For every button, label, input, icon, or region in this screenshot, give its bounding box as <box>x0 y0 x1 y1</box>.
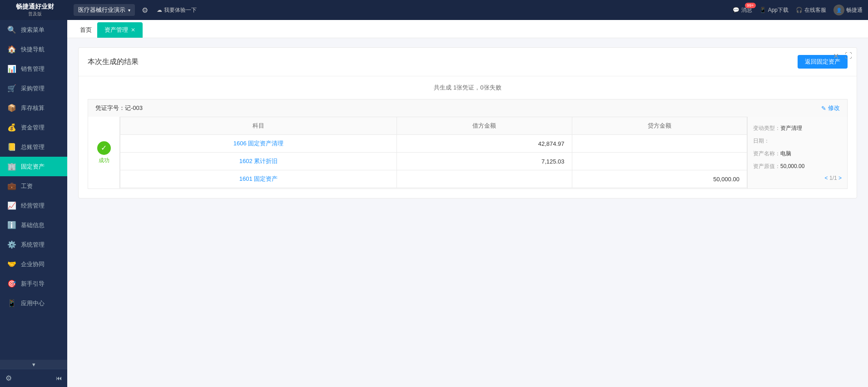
guide-icon: 🎯 <box>7 279 16 288</box>
voucher-table-wrapper: 科目 借方金额 贷方金额 1606 固定资产清理 42,874.97 <box>120 117 747 189</box>
online-service-label: 在线客服 <box>804 6 826 14</box>
sidebar-item-quick-nav[interactable]: 🏠 快捷导航 <box>0 40 67 59</box>
main-layout: 🔍 搜索菜单 🏠 快捷导航 📊 销售管理 🛒 采购管理 📦 库存核算 💰 <box>0 20 868 387</box>
online-service-nav-item[interactable]: 🎧 在线客服 <box>796 6 826 14</box>
sidebar-item-purchase[interactable]: 🛒 采购管理 <box>0 79 67 98</box>
sidebar-item-label: 工资 <box>21 182 33 190</box>
asset-value-label: 资产原值： <box>753 162 780 170</box>
sidebar-item-fixed-assets[interactable]: 🏢 固定资产 <box>0 157 67 176</box>
chevron-down-icon: ▾ <box>128 8 130 13</box>
debit-cell-2: 7,125.03 <box>397 153 572 170</box>
close-icon[interactable]: ✕ <box>830 50 841 61</box>
status-column: ✓ 成功 <box>88 117 120 189</box>
table-row: 1601 固定资产 50,000.00 <box>120 170 747 188</box>
payroll-icon: 💼 <box>7 182 16 190</box>
ledger-icon: 📒 <box>7 143 16 151</box>
sidebar-item-ledger[interactable]: 📒 总账管理 <box>0 137 67 157</box>
purchase-icon: 🛒 <box>7 84 16 93</box>
prev-page-button[interactable]: < <box>825 175 828 181</box>
change-type-label: 变动类型： <box>753 124 780 132</box>
tab-close-icon[interactable]: ✕ <box>131 27 135 33</box>
logo-area: 畅捷通好业财 普及版 <box>5 3 64 17</box>
sidebar-item-label: 基础信息 <box>21 221 45 229</box>
cloud-icon: ☁ <box>157 7 162 13</box>
sidebar-item-search[interactable]: 🔍 搜索菜单 <box>0 20 67 40</box>
summary-text: 共生成 1张凭证，0张失败 <box>434 84 501 91</box>
app-download-nav-item[interactable]: 📱 App下载 <box>759 6 789 14</box>
sidebar-item-guide[interactable]: 🎯 新手引导 <box>0 274 67 293</box>
sidebar-item-label: 固定资产 <box>21 163 45 171</box>
message-badge: 99+ <box>745 3 755 8</box>
header-right: 💬 消息 99+ 📱 App下载 🎧 在线客服 👤 畅捷通 <box>733 5 863 15</box>
inventory-icon: 📦 <box>7 104 16 112</box>
page-content: ✕ ⛶ 本次生成的结果 返回固定资产 共生成 1张凭证，0张失败 凭证字号：记-… <box>67 38 868 387</box>
sidebar-item-label: 搜索菜单 <box>21 26 45 34</box>
user-name: 畅捷通 <box>846 6 863 14</box>
sidebar-item-basic-info[interactable]: ℹ️ 基础信息 <box>0 215 67 235</box>
sidebar-scroll-down[interactable]: ▾ <box>0 360 67 369</box>
content-area: 首页 资产管理 ✕ ✕ ⛶ 本次生成的结果 返回固定资产 <box>67 20 868 387</box>
edit-icon: ✎ <box>821 105 826 112</box>
tab-asset-mgmt[interactable]: 资产管理 ✕ <box>97 22 143 38</box>
headset-icon: 🎧 <box>796 7 803 13</box>
result-header: 本次生成的结果 返回固定资产 <box>79 48 857 76</box>
bottom-settings-icon[interactable]: ⚙ <box>5 374 12 382</box>
asset-name-value: 电脑 <box>780 149 791 158</box>
sidebar-item-label: 新手引导 <box>21 280 45 288</box>
col-debit: 借方金额 <box>397 117 572 135</box>
tab-asset-mgmt-label: 资产管理 <box>104 26 128 34</box>
sidebar-item-inventory[interactable]: 📦 库存核算 <box>0 98 67 118</box>
app-center-icon: 📱 <box>7 299 16 308</box>
col-credit: 贷方金额 <box>572 117 747 135</box>
sidebar-item-sys-mgmt[interactable]: ⚙️ 系统管理 <box>0 235 67 254</box>
result-summary: 共生成 1张凭证，0张失败 <box>79 76 857 99</box>
sales-icon: 📊 <box>7 64 16 73</box>
info-icon: ℹ️ <box>7 221 16 229</box>
voucher-header: 凭证字号：记-003 ✎ 修改 <box>88 99 848 117</box>
ops-icon: 📈 <box>7 201 16 210</box>
experience-button[interactable]: ☁ 我要体验一下 <box>157 6 197 14</box>
col-subject: 科目 <box>120 117 397 135</box>
coop-icon: 🤝 <box>7 260 16 268</box>
user-nav-item[interactable]: 👤 畅捷通 <box>833 5 863 15</box>
sidebar-item-app-center[interactable]: 📱 应用中心 <box>0 293 67 313</box>
success-status: ✓ 成功 <box>94 138 114 168</box>
sidebar-item-finance[interactable]: 💰 资金管理 <box>0 118 67 137</box>
sidebar-scroll: 🔍 搜索菜单 🏠 快捷导航 📊 销售管理 🛒 采购管理 📦 库存核算 💰 <box>0 20 67 360</box>
asset-name-row: 资产名称： 电脑 <box>753 149 842 158</box>
sidebar-item-label: 经营管理 <box>21 202 45 210</box>
collapse-sidebar-button[interactable]: ⏮ <box>56 375 62 382</box>
app-download-label: App下载 <box>768 6 789 14</box>
sidebar-item-label: 总账管理 <box>21 143 45 151</box>
sidebar-bottom: ⚙ ⏮ <box>0 369 67 387</box>
avatar: 👤 <box>833 5 844 15</box>
expand-icon[interactable]: ⛶ <box>843 50 854 61</box>
change-type-row: 变动类型： 资产清理 <box>753 124 842 132</box>
settings-icon[interactable]: ⚙ <box>139 4 151 16</box>
asset-value-value: 50,000.00 <box>780 162 804 170</box>
subject-cell-3: 1601 固定资产 <box>120 170 397 188</box>
next-page-button[interactable]: > <box>838 175 842 181</box>
experience-label: 我要体验一下 <box>164 6 197 14</box>
top-header: 畅捷通好业财 普及版 医疗器械行业演示 ▾ ⚙ ☁ 我要体验一下 💬 消息 99… <box>0 0 868 20</box>
sidebar-item-payroll[interactable]: 💼 工资 <box>0 176 67 196</box>
sidebar-item-label: 快捷导航 <box>21 45 45 54</box>
credit-cell-1 <box>572 135 747 153</box>
sidebar-item-label: 企业协同 <box>21 260 45 268</box>
voucher-number: 凭证字号：记-003 <box>95 104 143 112</box>
edit-button[interactable]: ✎ 修改 <box>821 104 840 112</box>
sidebar-item-ops[interactable]: 📈 经营管理 <box>0 196 67 215</box>
tab-home[interactable]: 首页 <box>74 22 97 38</box>
voucher-section: 凭证字号：记-003 ✎ 修改 ✓ <box>88 99 848 189</box>
app-edition: 普及版 <box>28 11 42 17</box>
table-row: 1602 累计折旧 7,125.03 <box>120 153 747 170</box>
company-selector[interactable]: 医疗器械行业演示 ▾ <box>74 4 135 16</box>
checkmark-icon: ✓ <box>101 144 107 152</box>
messages-nav-item[interactable]: 💬 消息 99+ <box>733 6 752 14</box>
sidebar-item-sales[interactable]: 📊 销售管理 <box>0 59 67 79</box>
dialog-controls: ✕ ⛶ <box>828 48 857 64</box>
change-type-value: 资产清理 <box>780 124 802 132</box>
sidebar-item-coop[interactable]: 🤝 企业协同 <box>0 254 67 274</box>
company-name: 医疗器械行业演示 <box>78 6 125 14</box>
sidebar-item-label: 库存核算 <box>21 104 45 112</box>
